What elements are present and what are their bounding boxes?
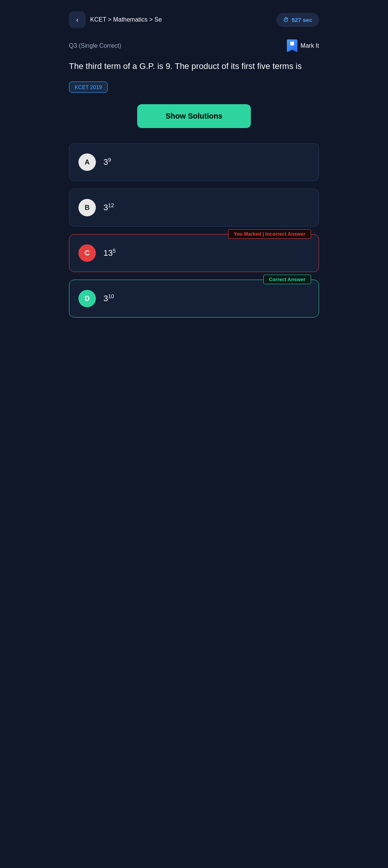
question-meta: Q3 (Single Correct) Mark It <box>69 39 319 52</box>
question-tag: KCET 2019 <box>69 81 108 93</box>
option-a-label: A <box>78 153 96 171</box>
option-a-card[interactable]: A 39 <box>69 143 319 181</box>
mark-it-label: Mark It <box>300 42 319 49</box>
option-d-text: 310 <box>103 293 114 303</box>
options-container: A 39 B 312 You Marked | Incorrect Answer… <box>69 143 319 317</box>
option-b-label: B <box>78 199 96 216</box>
back-icon: ‹ <box>76 16 78 24</box>
option-c-label: C <box>78 244 96 262</box>
option-c-status-tag: You Marked | Incorrect Answer <box>228 229 311 239</box>
timer-icon: ⏱ <box>283 17 289 23</box>
timer-badge: ⏱ 527 sec <box>276 13 319 27</box>
option-c-text: 135 <box>103 248 116 258</box>
option-d-card[interactable]: Correct Answer D 310 <box>69 280 319 317</box>
option-d-status-tag: Correct Answer <box>263 275 311 284</box>
header: ‹ KCET > Mathematics > Se ⏱ 527 sec <box>69 11 319 28</box>
option-a-exp: 9 <box>108 157 111 163</box>
option-c-card[interactable]: You Marked | Incorrect Answer C 135 <box>69 234 319 272</box>
mark-it-button[interactable]: Mark It <box>287 39 319 52</box>
timer-label: 527 sec <box>292 17 312 23</box>
back-button[interactable]: ‹ <box>69 11 86 28</box>
option-b-exp: 12 <box>108 202 114 208</box>
option-c-exp: 5 <box>113 248 116 254</box>
question-text: The third term of a G.P. is 9. The produ… <box>69 60 319 72</box>
option-b-card[interactable]: B 312 <box>69 189 319 227</box>
option-d-exp: 10 <box>108 293 114 299</box>
option-d-label: D <box>78 290 96 307</box>
bookmark-icon <box>287 39 297 52</box>
breadcrumb: KCET > Mathematics > Se <box>90 16 162 23</box>
question-label: Q3 (Single Correct) <box>69 42 121 49</box>
header-left: ‹ KCET > Mathematics > Se <box>69 11 162 28</box>
option-a-text: 39 <box>103 157 111 167</box>
show-solutions-button[interactable]: Show Solutions <box>137 104 251 128</box>
option-b-text: 312 <box>103 202 114 213</box>
